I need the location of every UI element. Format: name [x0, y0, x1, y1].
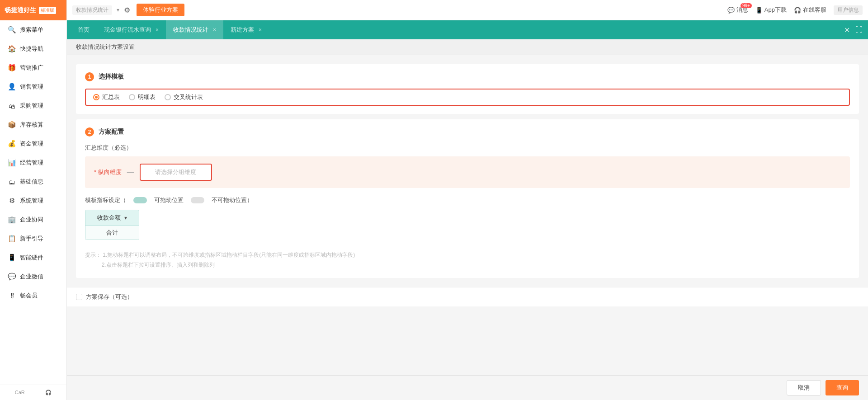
sidebar-item-wechat[interactable]: 💬企业微信 [0, 267, 66, 286]
sidebar-item-basic-info[interactable]: 🗂基础信息 [0, 172, 66, 191]
maximize-icon[interactable]: ⛶ [854, 25, 864, 35]
sidebar-label-wechat: 企业微信 [20, 273, 43, 281]
template-options: 汇总表 明细表 交叉统计表 [85, 89, 850, 106]
hardware-icon: 📱 [7, 254, 16, 262]
stats-card-header: 收款金额 ▾ [85, 210, 139, 226]
message-icon: 💬 [727, 7, 735, 14]
page-header: 收款情况统计方案设置 [67, 39, 868, 55]
main-area: 收款情况统计 ▾ ⚙ 体验行业方案 💬 消息 99+ 📱 App下载 🎧 在线客… [67, 0, 868, 400]
query-button[interactable]: 查询 [826, 380, 859, 395]
sidebar-item-hardware[interactable]: 📱智能硬件 [0, 248, 66, 267]
section1-number: 1 [85, 72, 94, 81]
sidebar-item-search-menu[interactable]: 🔍搜索菜单 [0, 20, 66, 39]
sidebar-item-member[interactable]: 🎖畅会员 [0, 286, 66, 305]
cancel-button[interactable]: 取消 [787, 380, 821, 395]
sidebar-item-inventory[interactable]: 📦库存核算 [0, 115, 66, 134]
indicator-hint-label: 模板指标设定（ [85, 196, 126, 204]
tab-collection-stat[interactable]: 收款情况统计× [166, 20, 223, 39]
tab-bank-flow[interactable]: 现金银行流水查询× [97, 20, 166, 39]
vertical-label: * 纵向维度 [94, 168, 122, 176]
sidebar-item-purchase[interactable]: 🛍采购管理 [0, 96, 66, 115]
company-icon: 🏢 [7, 216, 16, 224]
sidebar-label-guide: 新手引导 [20, 235, 43, 243]
tab-close-new-plan[interactable]: × [259, 27, 262, 33]
indicator-section: 模板指标设定（ 可拖动位置 不可拖动位置） 收款金额 ▾ [85, 196, 850, 241]
sidebar-label-finance: 资金管理 [20, 140, 43, 148]
radio-summary[interactable]: 汇总表 [93, 93, 120, 101]
tab-label-collection-stat: 收款情况统计 [173, 26, 208, 34]
top-bar-breadcrumb: 收款情况统计 [72, 5, 112, 15]
inventory-icon: 📦 [7, 121, 16, 129]
fixed-dot [191, 197, 204, 203]
message-button[interactable]: 💬 消息 99+ [727, 6, 748, 14]
hint-text: 提示： 1.拖动标题栏可以调整布局，不可跨维度或指标区域拖动栏目字段(只能在同一… [85, 250, 850, 270]
sidebar-item-company[interactable]: 🏢企业协同 [0, 210, 66, 229]
close-window-icon[interactable]: ✕ [842, 25, 852, 35]
section2-number: 2 [85, 127, 94, 136]
section1-title: 选择模板 [99, 73, 124, 81]
movable-dot [133, 197, 147, 203]
sidebar-item-marketing[interactable]: 🎁营销推广 [0, 58, 66, 77]
tab-close-collection-stat[interactable]: × [213, 27, 216, 33]
service-icon: 🎧 [794, 7, 801, 14]
page-header-text: 收款情况统计方案设置 [76, 43, 135, 50]
sidebar-item-finance[interactable]: 💰资金管理 [0, 134, 66, 153]
content-area: 收款情况统计方案设置 1 选择模板 汇总表 明细表 [67, 39, 868, 375]
trial-button[interactable]: 体验行业方案 [137, 4, 184, 16]
wechat-icon: 💬 [7, 273, 16, 281]
operation-icon: 📊 [7, 159, 16, 167]
sidebar-item-sales[interactable]: 👤销售管理 [0, 77, 66, 96]
config-section: 2 方案配置 汇总维度（必选） * 纵向维度 — 请选择分组维度 模板指标设定（ [76, 119, 859, 278]
radio-summary-label: 汇总表 [102, 93, 120, 101]
sidebar-item-guide[interactable]: 📋新手引导 [0, 229, 66, 248]
logo-badge: 标准版 [39, 7, 56, 14]
tabs-container: 首页现金银行流水查询×收款情况统计×新建方案× [71, 20, 269, 39]
top-bar-arrow[interactable]: ▾ [117, 7, 119, 13]
dimension-select[interactable]: 请选择分组维度 [140, 164, 212, 181]
stats-card-dropdown-icon[interactable]: ▾ [124, 215, 127, 221]
sidebar: 畅捷通好生 标准版 🔍搜索菜单🏠快捷导航🎁营销推广👤销售管理🛍采购管理📦库存核算… [0, 0, 67, 400]
sidebar-item-system[interactable]: ⚙系统管理 [0, 191, 66, 210]
sidebar-label-search-menu: 搜索菜单 [20, 26, 43, 34]
radio-detail-label: 明细表 [138, 93, 156, 101]
bottom-bar: 取消 查询 [67, 375, 868, 400]
sidebar-bottom-btn2[interactable]: 🎧 [45, 390, 52, 395]
save-checkbox[interactable] [76, 294, 82, 300]
top-bar: 收款情况统计 ▾ ⚙ 体验行业方案 💬 消息 99+ 📱 App下载 🎧 在线客… [67, 0, 868, 20]
tab-new-plan[interactable]: 新建方案× [223, 20, 269, 39]
sidebar-nav: 🔍搜索菜单🏠快捷导航🎁营销推广👤销售管理🛍采购管理📦库存核算💰资金管理📊经营管理… [0, 20, 66, 305]
sidebar-label-sales: 销售管理 [20, 83, 43, 91]
settings-icon[interactable]: ⚙ [124, 6, 130, 14]
radio-cross-label: 交叉统计表 [174, 93, 203, 101]
radio-cross[interactable]: 交叉统计表 [165, 93, 203, 101]
section2-header: 2 方案配置 [85, 127, 850, 136]
section1-header: 1 选择模板 [85, 72, 850, 81]
message-badge: 99+ [741, 3, 752, 8]
top-bar-right: 💬 消息 99+ 📱 App下载 🎧 在线客服 用户信息 [727, 5, 863, 15]
page-footer-save: 方案保存（可选） [67, 287, 868, 306]
tab-home[interactable]: 首页 [71, 20, 97, 39]
sidebar-logo: 畅捷通好生 标准版 [0, 0, 66, 20]
guide-icon: 📋 [7, 235, 16, 243]
sidebar-label-operation: 经营管理 [20, 159, 43, 167]
indicator-hint: 模板指标设定（ 可拖动位置 不可拖动位置） [85, 196, 850, 204]
template-section: 1 选择模板 汇总表 明细表 交叉统计表 [76, 64, 859, 114]
app-download-button[interactable]: 📱 App下载 [755, 6, 787, 14]
stats-card-row: 合计 [85, 226, 139, 240]
sales-icon: 👤 [7, 83, 16, 91]
save-checkbox-label[interactable]: 方案保存（可选） [76, 293, 859, 301]
online-service-button[interactable]: 🎧 在线客服 [794, 6, 826, 14]
sidebar-item-operation[interactable]: 📊经营管理 [0, 153, 66, 172]
tab-label-new-plan: 新建方案 [231, 26, 254, 34]
radio-detail[interactable]: 明细表 [129, 93, 156, 101]
hint-line-1: 提示： 1.拖动标题栏可以调整布局，不可跨维度或指标区域拖动栏目字段(只能在同一… [85, 250, 850, 260]
sidebar-bottom-btn1[interactable]: CaR [15, 390, 25, 395]
tab-close-bank-flow[interactable]: × [156, 27, 159, 33]
sidebar-label-company: 企业协同 [20, 216, 43, 224]
radio-detail-circle [129, 94, 135, 100]
dimension-subtitle: 汇总维度（必选） [85, 144, 850, 152]
quick-nav-icon: 🏠 [7, 45, 16, 53]
sidebar-item-quick-nav[interactable]: 🏠快捷导航 [0, 39, 66, 58]
dimension-arrow: — [127, 168, 134, 176]
dimension-row: * 纵向维度 — 请选择分组维度 [94, 164, 841, 181]
